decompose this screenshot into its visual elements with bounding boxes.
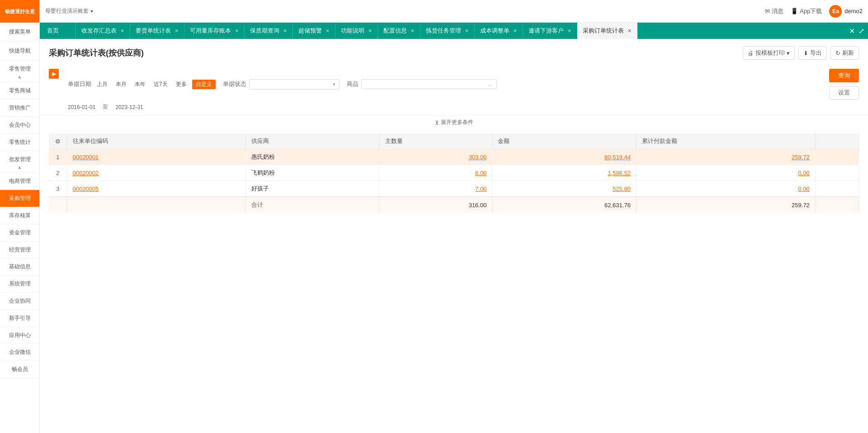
row-code-1[interactable]: 00020001: [67, 149, 246, 165]
tab-requisition-summary[interactable]: 要货单统计表 ✕: [130, 23, 184, 39]
goods-more-icon: …: [488, 81, 493, 87]
sidebar-item-vip[interactable]: 畅会员: [0, 361, 39, 378]
sidebar-item-wholesale-mgmt[interactable]: 批发管理 ▲: [0, 151, 39, 173]
tab-pick-task[interactable]: 拣货任务管理 ✕: [420, 23, 475, 39]
sidebar-item-stock-check[interactable]: 库存核算: [0, 207, 39, 224]
sidebar-item-ops-mgmt[interactable]: 经营管理: [0, 242, 39, 259]
tab-receive-summary[interactable]: 收发存汇总表 ✕: [76, 23, 130, 39]
row-amount-3[interactable]: 525.80: [492, 181, 636, 197]
row-code-2[interactable]: 00020002: [67, 165, 246, 181]
shortcut-last-month[interactable]: 上月: [94, 80, 110, 89]
sidebar-item-app-center[interactable]: 应用中心: [0, 327, 39, 344]
sidebar-item-new-guide[interactable]: 新手引导: [0, 310, 39, 327]
row-qty-3[interactable]: 7.00: [380, 181, 492, 197]
sidebar-item-sys-mgmt[interactable]: 系统管理: [0, 276, 39, 293]
code-link-2[interactable]: 00020002: [73, 170, 99, 176]
shortcut-this-year[interactable]: 本年: [132, 80, 148, 89]
tab-available-stock[interactable]: 可用量库存账本 ✕: [184, 23, 245, 39]
refresh-label: 刷新: [842, 49, 854, 57]
tab-purchase-summary[interactable]: 采购订单统计表 ✕: [577, 23, 637, 39]
col-supplier: 供应商: [246, 133, 380, 149]
sidebar-item-retail-mall[interactable]: 零售商城: [0, 82, 39, 100]
sidebar-item-ecommerce[interactable]: 电商管理: [0, 173, 39, 190]
filter-collapse-button[interactable]: ▶: [49, 69, 59, 79]
shortcut-more[interactable]: 更多: [173, 80, 189, 89]
sidebar-item-marketing[interactable]: 营销推广: [0, 100, 39, 117]
tab-available-stock-close[interactable]: ✕: [235, 28, 239, 34]
tab-overstock-warning[interactable]: 超储预警 ✕: [293, 23, 335, 39]
tab-cost-adjust-close[interactable]: ✕: [513, 28, 517, 34]
tab-fullscreen-icon[interactable]: ⤢: [859, 27, 864, 35]
message-label: 消息: [772, 7, 783, 15]
sidebar-item-quick-nav[interactable]: 快捷导航: [0, 42, 39, 61]
tab-invite-customer[interactable]: 邀请下游客户 ✕: [523, 23, 577, 39]
status-select-arrow: ▾: [333, 81, 335, 87]
sidebar-item-basic-info[interactable]: 基础信息: [0, 258, 39, 276]
app-download-label: App下载: [800, 7, 822, 15]
query-button[interactable]: 查询: [829, 69, 859, 82]
date-filter-label: 单据日期: [68, 80, 91, 88]
row-paid-2[interactable]: 0.00: [636, 165, 815, 181]
message-button[interactable]: ✉ 消息: [765, 7, 783, 15]
tab-warranty-query-close[interactable]: ✕: [283, 28, 287, 34]
sidebar-item-retail-mgmt[interactable]: 零售管理 ▲: [0, 61, 39, 83]
tab-warranty-query[interactable]: 保质期查询 ✕: [245, 23, 293, 39]
sidebar-item-finance-mgmt[interactable]: 资金管理: [0, 224, 39, 242]
row-paid-3[interactable]: 0.00: [636, 181, 815, 197]
gear-icon[interactable]: ⚙: [55, 138, 61, 145]
print-button[interactable]: 🖨 按模板打印 ▾: [743, 46, 795, 60]
sidebar-item-purchase-mgmt[interactable]: 采购管理: [0, 190, 39, 207]
shortcut-custom[interactable]: 自定义: [192, 80, 216, 89]
settings-button[interactable]: 设置: [829, 86, 859, 100]
sidebar-label-enterprise-coop: 企业协同: [6, 295, 33, 307]
tab-cost-adjust[interactable]: 成本调整单 ✕: [475, 23, 523, 39]
footer-extra: [815, 197, 859, 213]
tab-requisition-summary-close[interactable]: ✕: [175, 28, 179, 34]
shortcut-this-month[interactable]: 本月: [113, 80, 129, 89]
tab-function-desc[interactable]: 功能说明 ✕: [335, 23, 378, 39]
tab-function-desc-close[interactable]: ✕: [368, 28, 372, 34]
status-select[interactable]: ▾: [249, 79, 340, 90]
row-qty-2[interactable]: 6.00: [380, 165, 492, 181]
sidebar-label-purchase-mgmt: 采购管理: [6, 193, 33, 204]
tab-home-label: 首页: [47, 27, 59, 35]
sidebar-item-member-center[interactable]: 会员中心: [0, 117, 39, 134]
tab-overstock-warning-close[interactable]: ✕: [326, 28, 330, 34]
page-content: 采购订单统计表(按供应商) 🖨 按模板打印 ▾ ⬇ 导出 ↻ 刷新 ▶: [40, 39, 868, 433]
app-download-button[interactable]: 📱 App下载: [791, 7, 822, 15]
tab-purchase-summary-close[interactable]: ✕: [627, 28, 632, 34]
tabbar-end: ✕ ⤢: [845, 23, 868, 39]
row-paid-1[interactable]: 259.72: [636, 149, 815, 165]
tab-invite-customer-close[interactable]: ✕: [567, 28, 571, 34]
tab-config-info-close[interactable]: ✕: [410, 28, 415, 34]
sidebar-item-enterprise-coop[interactable]: 企业协同: [0, 293, 39, 310]
goods-filter: 商品 …: [347, 79, 497, 89]
phone-icon: 📱: [791, 8, 798, 14]
sidebar-item-search[interactable]: 搜索英单: [0, 23, 39, 42]
sidebar-item-retail-stats[interactable]: 零售统计: [0, 134, 39, 151]
code-link-3[interactable]: 00020005: [73, 186, 99, 192]
col-extra: [815, 133, 859, 149]
tab-close-all-icon[interactable]: ✕: [849, 27, 855, 35]
row-amount-2[interactable]: 1,586.52: [492, 165, 636, 181]
goods-select[interactable]: …: [361, 79, 497, 89]
tab-home[interactable]: 首页: [40, 23, 76, 39]
tab-available-stock-label: 可用量库存账本: [190, 27, 231, 35]
tab-config-info[interactable]: 配置信息 ✕: [378, 23, 420, 39]
footer-label-text: 合计: [246, 197, 380, 213]
tab-receive-summary-close[interactable]: ✕: [120, 28, 124, 34]
footer-qty: 316.00: [380, 197, 492, 213]
export-button[interactable]: ⬇ 导出: [798, 46, 827, 60]
sidebar-label-retail-mgmt: 零售管理: [6, 63, 33, 75]
user-menu[interactable]: Ea demo2: [829, 5, 863, 18]
refresh-button[interactable]: ↻ 刷新: [830, 46, 859, 60]
tab-pick-task-close[interactable]: ✕: [465, 28, 469, 34]
row-qty-1[interactable]: 303.00: [380, 149, 492, 165]
row-amount-1[interactable]: 60,519.44: [492, 149, 636, 165]
expand-button[interactable]: ⊻ 展开更多条件: [435, 119, 473, 126]
row-extra-3: [815, 181, 859, 197]
sidebar-item-enterprise-wechat[interactable]: 企业微信: [0, 344, 39, 361]
code-link-1[interactable]: 00020001: [73, 154, 99, 161]
row-code-3[interactable]: 00020005: [67, 181, 246, 197]
shortcut-7days[interactable]: 近7天: [151, 80, 170, 89]
